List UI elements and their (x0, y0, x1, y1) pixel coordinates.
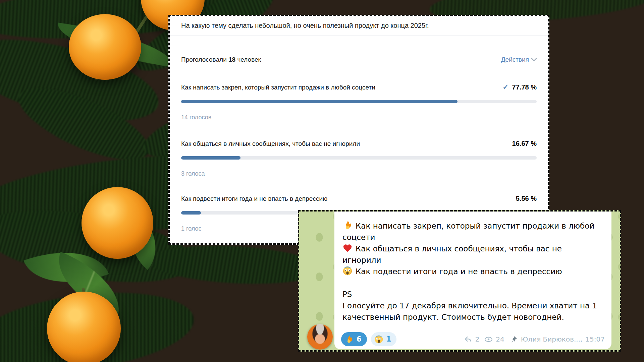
red-heart-icon (342, 243, 353, 253)
message-footer: 6 1 2 24 Юлия Бирюков..., 15:07 (341, 332, 605, 346)
poll-option-bar (181, 100, 537, 103)
reaction-fire-button[interactable]: 6 (341, 332, 367, 346)
scream-icon (374, 335, 383, 344)
poll-option-votes: 3 голоса (181, 170, 537, 177)
author-name[interactable]: Юлия Бирюков..., (521, 335, 583, 343)
scream-icon (342, 266, 353, 276)
check-icon: ✓ (502, 83, 508, 91)
poll-option-bar (181, 156, 537, 160)
poll-option-bar-fill (181, 100, 458, 103)
poll-option-percent: 5.56 % (516, 194, 537, 203)
poll-option-votes: 14 голосов (181, 114, 537, 121)
reaction-scream-button[interactable]: 1 (371, 332, 397, 346)
views-count: 24 (496, 335, 504, 343)
poll-actions-dropdown[interactable]: Действия (501, 56, 537, 63)
poll-option-bar-fill (181, 156, 240, 160)
poll-option: Как написать закреп, который запустит пр… (181, 83, 537, 121)
telegram-post-card: Как написать закреп, который запустит пр… (298, 210, 621, 352)
ps-text: Голосуйте до 17 декабря включительно. Вр… (342, 300, 602, 323)
poll-choice-line: Как общаться в личных сообщениях, чтобы … (342, 244, 562, 264)
tangerine (47, 292, 121, 362)
tangerine (82, 187, 153, 259)
fire-icon (344, 335, 354, 344)
reactions: 6 1 (341, 332, 396, 346)
tangerine (69, 14, 141, 80)
ps-label: PS (342, 289, 602, 300)
poll-choice-line: Как подвести итоги года и не впасть в де… (356, 267, 562, 276)
poll-option-label: Как подвести итоги года и не впасть в де… (181, 194, 327, 203)
poll-title: На какую тему сделать небольшой, но очен… (181, 21, 537, 30)
fire-icon (342, 220, 353, 230)
replies-count: 2 (475, 335, 480, 343)
telegram-message-bubble: Как написать закреп, который запустит пр… (334, 210, 611, 349)
reaction-count: 1 (386, 335, 391, 343)
poll-choice-line: Как написать закреп, который запустит пр… (342, 222, 594, 242)
replies-icon[interactable] (464, 335, 472, 344)
voted-count: 18 (228, 56, 235, 63)
views-icon (484, 335, 493, 344)
poll-actions-label: Действия (501, 56, 529, 63)
message-time: 15:07 (585, 335, 605, 343)
poll-option-percent: 77.78 % (512, 83, 537, 92)
poll-voted-summary: Проголосовали 18 человек (181, 56, 261, 63)
message-meta: 2 24 Юлия Бирюков..., 15:07 (464, 335, 605, 344)
screenshot-root: На какую тему сделать небольшой, но очен… (0, 0, 644, 362)
reaction-count: 6 (357, 335, 362, 343)
poll-option-percent: 16.67 % (512, 139, 537, 148)
pinned-icon (509, 335, 518, 344)
poll-option-label: Как написать закреп, который запустит пр… (181, 83, 375, 92)
telegram-message-text: Как написать закреп, который запустит пр… (342, 220, 602, 323)
author-avatar[interactable] (307, 324, 333, 350)
poll-option-bar-fill (181, 211, 201, 215)
poll-option: Как общаться в личных сообщениях, чтобы … (181, 139, 537, 177)
chevron-down-icon (531, 58, 537, 61)
poll-option-label: Как общаться в личных сообщениях, чтобы … (181, 139, 360, 148)
divider (170, 36, 548, 36)
